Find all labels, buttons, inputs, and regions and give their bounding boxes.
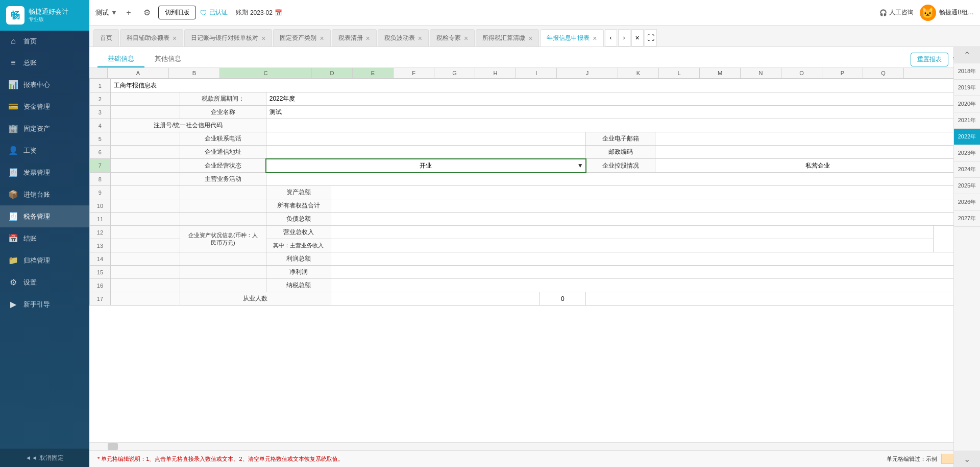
main-revenue-value[interactable] <box>331 239 933 252</box>
tab-home[interactable]: 首页 <box>93 29 119 46</box>
company-name-value[interactable]: 测试 <box>266 106 979 119</box>
tab-label-tax-table: 税表清册 <box>338 34 363 42</box>
year-item-2025[interactable]: 2025年 <box>954 178 980 194</box>
reset-report-button[interactable]: 重置报表 <box>911 53 948 66</box>
year-item-2026[interactable]: 2026年 <box>954 194 980 211</box>
sub-tab-bar: 基础信息 其他信息 重置报表 ↻ 刷新 <box>89 47 980 68</box>
consult-label: 人工咨询 <box>889 8 914 17</box>
address-value[interactable] <box>266 146 585 159</box>
fixed-icon: 🏢 <box>8 124 18 133</box>
cell-a12 <box>110 226 180 239</box>
employees-value[interactable]: 0 <box>540 292 586 306</box>
employees-label: 从业人数 <box>180 292 331 306</box>
tab-annual-report[interactable]: 年报信息申报表 × <box>540 29 603 46</box>
year-item-2019[interactable]: 2019年 <box>954 80 980 96</box>
consult-btn[interactable]: 🎧 人工咨询 <box>879 8 914 17</box>
tab-aux[interactable]: 科目辅助余额表 × <box>120 29 183 46</box>
sidebar-label-archive: 归档管理 <box>23 256 50 265</box>
year-item-2022[interactable]: 2022年 <box>954 129 980 145</box>
col-J: J <box>557 68 618 78</box>
tab-fixed-assets[interactable]: 固定资产类别 × <box>273 29 330 46</box>
holding-label: 企业控股情况 <box>586 159 655 173</box>
sub-tab-other[interactable]: 其他信息 <box>144 51 191 67</box>
sidebar-item-ledger[interactable]: ≡ 总账 <box>0 52 89 74</box>
status-hint: * 单元格编辑说明：1、点击单元格直接录入数值或文本。2、清空单元格数值或文本恢… <box>97 455 344 463</box>
fund-icon: 💳 <box>8 102 18 111</box>
tab-close-aux[interactable]: × <box>173 35 177 42</box>
year-item-2021[interactable]: 2021年 <box>954 112 980 129</box>
tab-close-bank[interactable]: × <box>261 35 265 42</box>
holding-value[interactable]: 私营企业 <box>655 159 980 173</box>
tab-close-annual-report[interactable]: × <box>593 35 597 42</box>
tab-tax-table[interactable]: 税表清册 × <box>332 29 377 46</box>
phone-value[interactable] <box>266 132 585 146</box>
biz-status-value[interactable]: 开业 ▼ <box>266 159 585 173</box>
tab-close-tax-expert[interactable]: × <box>464 35 468 42</box>
sidebar-item-report[interactable]: 📊 报表中心 <box>0 74 89 96</box>
sidebar-item-settings[interactable]: ⚙ 设置 <box>0 271 89 293</box>
net-profit-label: 净利润 <box>266 266 331 279</box>
tax-total-value[interactable] <box>331 279 979 292</box>
year-item-2020[interactable]: 2020年 <box>954 96 980 112</box>
guide-icon: ▶ <box>8 299 18 309</box>
cert-icon: 🛡 <box>200 9 207 17</box>
sidebar-item-home[interactable]: ⌂ 首页 <box>0 31 89 52</box>
tab-income-tax[interactable]: 所得税汇算清缴 × <box>476 29 539 46</box>
tab-close-income-tax[interactable]: × <box>528 35 532 42</box>
total-assets-value[interactable] <box>331 186 979 199</box>
employees-val2[interactable] <box>586 292 980 306</box>
main-revenue-label: 其中：主营业务收入 <box>266 239 331 252</box>
settings-btn[interactable]: ⚙ <box>140 6 154 20</box>
sidebar-label-invoice: 发票管理 <box>23 168 50 177</box>
tab-close-fixed-assets[interactable]: × <box>320 35 324 42</box>
liabilities-value[interactable] <box>331 213 979 226</box>
tab-close-tax-wave[interactable]: × <box>418 35 422 42</box>
tab-next-btn[interactable]: › <box>618 29 630 46</box>
main-biz-value[interactable] <box>266 173 979 186</box>
sidebar-item-fund[interactable]: 💳 资金管理 <box>0 96 89 118</box>
sidebar-item-archive[interactable]: 📁 归档管理 <box>0 249 89 271</box>
tab-close-tax-table[interactable]: × <box>366 35 370 42</box>
table-row: 8 主营业务活动 <box>90 173 980 186</box>
sidebar-item-close[interactable]: 📅 结账 <box>0 227 89 249</box>
cell-a7 <box>110 159 180 173</box>
employees-val1[interactable] <box>331 292 540 306</box>
old-version-button[interactable]: 切到旧版 <box>158 6 196 19</box>
tab-tax-expert[interactable]: 税检专家 × <box>430 29 475 46</box>
tab-bank[interactable]: 日记账与银行对账单核对 × <box>184 29 272 46</box>
hscroll-thumb[interactable] <box>108 443 118 450</box>
year-item-2024[interactable]: 2024年 <box>954 161 980 178</box>
total-profit-value[interactable] <box>331 252 979 266</box>
year-item-2023[interactable]: 2023年 <box>954 145 980 161</box>
expand-tabs-btn[interactable]: ⛶ <box>645 29 657 46</box>
sidebar-item-invoice[interactable]: 🧾 发票管理 <box>0 161 89 183</box>
tab-tax-wave[interactable]: 税负波动表 × <box>378 29 429 46</box>
biz-status-label: 企业经营状态 <box>180 159 266 173</box>
email-value[interactable] <box>655 132 980 146</box>
sidebar-collapse-btn[interactable]: ◄◄ 取消固定 <box>0 449 89 467</box>
postal-value[interactable] <box>655 146 980 159</box>
sidebar-item-guide[interactable]: ▶ 新手引导 <box>0 293 89 315</box>
horizontal-scrollbar[interactable] <box>89 442 980 450</box>
reg-num-value[interactable] <box>266 119 979 132</box>
tab-prev-btn[interactable]: ‹ <box>605 29 617 46</box>
year-item-2027[interactable]: 2027年 <box>954 211 980 227</box>
close-all-tabs-btn[interactable]: × <box>631 29 644 46</box>
year-panel-up-btn[interactable]: ⌃ <box>954 47 980 63</box>
equity-value[interactable] <box>331 199 979 213</box>
cell-b10 <box>180 199 266 213</box>
sidebar-item-salary[interactable]: 👤 工资 <box>0 139 89 161</box>
year-panel-down-btn[interactable]: ⌄ <box>954 451 980 467</box>
net-profit-value[interactable] <box>331 266 979 279</box>
period-value-cell[interactable]: 2022年度 <box>266 92 979 106</box>
sidebar-item-inout[interactable]: 📦 进销台账 <box>0 183 89 205</box>
sub-tab-basic[interactable]: 基础信息 <box>97 51 144 67</box>
sidebar-item-fixed[interactable]: 🏢 固定资产 <box>0 118 89 139</box>
total-revenue-value[interactable] <box>331 226 933 239</box>
sidebar-item-tax[interactable]: 🧾 税务管理 <box>0 205 89 227</box>
year-item-2018[interactable]: 2018年 <box>954 63 980 80</box>
row-num-12: 12 <box>90 226 111 239</box>
calendar-icon[interactable]: 📅 <box>275 9 282 16</box>
user-profile[interactable]: 🐱 畅捷通B组… <box>920 5 974 21</box>
add-tab-button[interactable]: + <box>121 6 136 20</box>
